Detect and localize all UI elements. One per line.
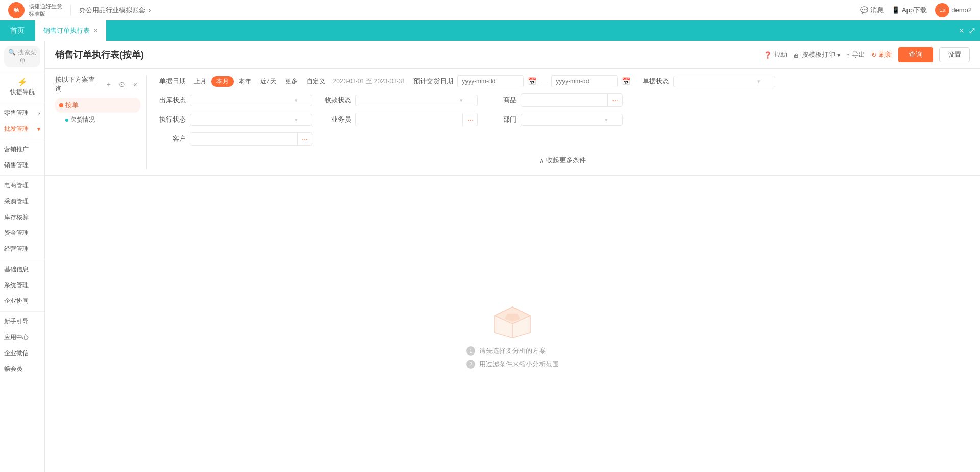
filter-group-date: 单据日期 上月 本月 本年 近7天 更多 自定义 2023-03-01 至 20… [155,76,405,87]
message-icon: 💬 [860,6,868,14]
sidebar-item-system[interactable]: 系统管理 [0,277,44,293]
settings-button[interactable]: 设置 [939,47,970,62]
sidebar-item-marketing[interactable]: 营销推广 [0,141,44,157]
customer-more-icon[interactable]: ··· [297,133,312,145]
sidebar: 🔍 搜索菜单 ⚡ 快捷导航 零售管理 › 批发管理 ▾ 营销推广 销售管理 电商… [0,41,45,472]
date-btn-this-year[interactable]: 本年 [235,76,255,87]
print-dropdown-icon: ▾ [837,51,841,59]
top-bar-right: 💬 消息 📱 App下载 Ea demo2 [860,3,972,17]
salesperson-input[interactable]: ··· [355,113,478,126]
quick-nav-icon: ⚡ [17,77,28,87]
sidebar-item-enterprise[interactable]: 企业协同 [0,293,44,309]
sidebar-item-ecommerce[interactable]: 电商管理 [0,178,44,194]
page-title: 销售订单执行表(按单) [55,49,144,67]
delivery-label: 出库状态 [155,96,186,105]
logo-icon: 畅 [8,2,24,18]
date-btn-this-month[interactable]: 本月 [211,76,234,87]
main-layout: 🔍 搜索菜单 ⚡ 快捷导航 零售管理 › 批发管理 ▾ 营销推广 销售管理 电商… [0,41,980,472]
sidebar-item-purchase[interactable]: 采购管理 [0,194,44,209]
date-btn-custom[interactable]: 自定义 [303,76,329,87]
logo-icon-text: 畅 [14,7,19,14]
sidebar-item-wechat[interactable]: 企业微信 [0,345,44,361]
date-quick-buttons: 上月 本月 本年 近7天 更多 自定义 [190,76,329,87]
collection-status-select[interactable]: ▾ [355,95,478,106]
sidebar-item-sales[interactable]: 销售管理 [0,157,44,173]
department-label: 部门 [486,115,517,124]
goods-text-input[interactable] [521,95,607,106]
query-button[interactable]: 查询 [898,47,933,62]
sidebar-item-apps[interactable]: 应用中心 [0,329,44,345]
breadcrumb-arrow: › [149,6,151,14]
expected-date-start-input[interactable] [457,75,524,87]
sidebar-item-finance[interactable]: 资金管理 [0,225,44,241]
execution-arrow: ▾ [295,116,298,123]
sidebar-item-base[interactable]: 基础信息 [0,262,44,277]
scheme-settings-button[interactable]: ⊙ [117,79,127,89]
filter-with-scheme: 按以下方案查询 + ⊙ « 按单 欠货情况 [55,75,970,169]
scheme-collapse-button[interactable]: « [130,79,140,89]
sidebar-item-newbie[interactable]: 新手引导 [0,314,44,329]
goods-more-icon[interactable]: ··· [607,94,622,106]
active-tab-label: 销售订单执行表 [43,26,90,35]
sidebar-item-wholesale[interactable]: 批发管理 ▾ [0,121,44,137]
sidebar-item-member[interactable]: 畅会员 [0,361,44,377]
sidebar-search-area[interactable]: 🔍 搜索菜单 [0,41,44,73]
top-bar: 畅 畅捷通好生意 标准版 办公用品行业模拟账套 › 💬 消息 📱 App下载 E… [0,0,980,20]
tab-home[interactable]: 首页 [0,20,35,41]
filter-main: 单据日期 上月 本月 本年 近7天 更多 自定义 2023-03-01 至 20… [147,75,970,169]
app-download-nav[interactable]: 📱 App下载 [892,6,927,15]
window-maximize-button[interactable]: ⤢ [968,25,976,36]
doc-status-select[interactable]: ▾ [673,76,775,87]
salesperson-label: 业务员 [321,115,351,124]
print-icon: 🖨 [793,51,800,59]
date-btn-more[interactable]: 更多 [281,76,302,87]
goods-input[interactable]: ··· [521,93,623,107]
scheme-item-arrears[interactable]: 欠货情况 [55,113,140,127]
filter-group-delivery: 出库状态 ▾ [155,95,312,106]
calendar-start-icon[interactable]: 📅 [528,77,536,85]
empty-hint-1: 1 请先选择要分析的方案 [466,346,559,356]
tab-sales-order[interactable]: 销售订单执行表 × [35,20,106,41]
collapse-up-icon: ∧ [539,157,544,164]
sidebar-item-retail[interactable]: 零售管理 › [0,105,44,121]
execution-status-select[interactable]: ▾ [190,114,312,126]
date-range-text: 2023-03-01 至 2023-03-31 [333,77,405,86]
message-nav[interactable]: 💬 消息 [860,6,884,15]
scheme-add-button[interactable]: + [104,79,114,89]
export-button[interactable]: ↑ 导出 [847,50,866,59]
refresh-button[interactable]: ↻ 刷新 [871,50,892,59]
salesperson-text-input[interactable] [356,114,462,126]
filter-row-2: 出库状态 ▾ 收款状态 ▾ [155,93,970,107]
tab-close-button[interactable]: × [94,27,97,34]
customer-input[interactable]: ··· [190,132,312,146]
doc-status-label: 单据状态 [639,77,669,86]
salesperson-more-icon[interactable]: ··· [462,113,477,126]
chevron-down-icon: ▾ [37,126,40,133]
delivery-arrow: ▾ [295,97,298,104]
execution-label: 执行状态 [155,115,186,124]
user-profile[interactable]: Ea demo2 [935,3,972,17]
help-button[interactable]: ❓ 帮助 [764,50,787,59]
breadcrumb: 办公用品行业模拟账套 › [79,6,151,15]
sidebar-item-operations[interactable]: 经营管理 [0,241,44,257]
calendar-end-icon[interactable]: 📅 [622,77,630,85]
page-actions: ❓ 帮助 🖨 按模板打印 ▾ ↑ 导出 ↻ 刷新 查询 设置 [764,47,970,68]
filter-row-1: 单据日期 上月 本月 本年 近7天 更多 自定义 2023-03-01 至 20… [155,75,970,87]
collection-arrow: ▾ [460,97,463,104]
print-button[interactable]: 🖨 按模板打印 ▾ [793,50,841,59]
collapse-button[interactable]: ∧ 收起更多条件 [155,152,970,169]
delivery-status-select[interactable]: ▾ [190,95,312,106]
window-close-button[interactable]: × [959,26,964,36]
top-bar-left: 畅 畅捷通好生意 标准版 办公用品行业模拟账套 › [8,2,151,18]
sidebar-item-quick-nav[interactable]: ⚡ 快捷导航 [0,73,44,101]
expected-date-end-input[interactable] [551,75,618,87]
scheme-item-press-order[interactable]: 按单 [55,98,140,113]
empty-hints: 1 请先选择要分析的方案 2 用过滤条件来缩小分析范围 [466,346,559,369]
customer-text-input[interactable] [190,133,297,145]
sidebar-item-inventory[interactable]: 库存核算 [0,209,44,225]
date-btn-last-month[interactable]: 上月 [190,76,210,87]
date-btn-7days[interactable]: 近7天 [256,76,280,87]
department-select[interactable]: ▾ [521,114,623,126]
search-menu-box[interactable]: 🔍 搜索菜单 [4,46,40,67]
filter-group-doc-status: 单据状态 ▾ [639,76,775,87]
